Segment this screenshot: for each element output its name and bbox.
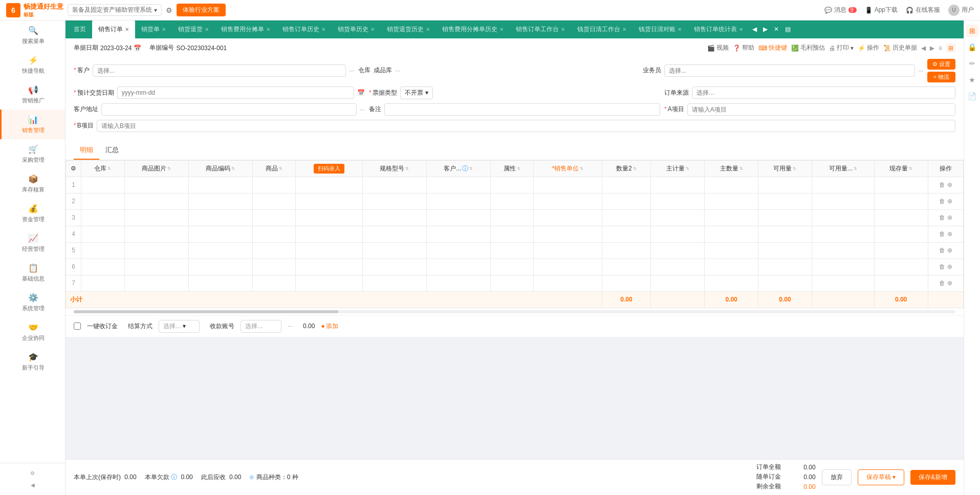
invoice-type-select[interactable]: 不开票 ▾ [400, 87, 433, 99]
settlement-select[interactable]: 选择... ▾ [159, 320, 200, 333]
row-1-attr[interactable] [490, 177, 534, 193]
operation-btn[interactable]: ⚡ 操作 [858, 44, 879, 52]
view-btn[interactable]: 🎬 视频 [707, 44, 729, 52]
row-2-munit[interactable] [651, 193, 705, 209]
delivery-date-input[interactable] [117, 87, 354, 99]
close-tab-return-history[interactable]: ✕ [426, 27, 430, 32]
profit-btn[interactable]: 💹 毛利预估 [791, 44, 825, 52]
tab-detail[interactable]: 明细 [74, 141, 99, 160]
right-panel-lock-btn[interactable]: 🔒 [966, 41, 978, 53]
remark-input[interactable] [384, 103, 660, 116]
right-panel-star-btn[interactable]: ★ [966, 74, 978, 86]
tab-invoice-history[interactable]: 销货单历史 ✕ [332, 20, 381, 38]
next-record-btn[interactable]: ▶ [930, 45, 934, 52]
row-2-avail[interactable] [758, 193, 812, 209]
sidebar-collapse-btn[interactable]: ◀ [0, 479, 65, 491]
row-3-ccode[interactable] [426, 209, 490, 226]
row-2-spec[interactable] [362, 193, 426, 209]
tab-expense-history[interactable]: 销售费用分摊单历史 ✕ [436, 20, 510, 38]
shortcut-btn[interactable]: ⌨ 快捷键 [758, 44, 787, 52]
row-3-product[interactable] [252, 209, 296, 226]
row-1-munit[interactable] [651, 177, 705, 193]
one-click-payment-checkbox[interactable] [74, 322, 81, 330]
row-2-copy-icon[interactable]: ⊕ [947, 198, 952, 205]
tab-close-all-btn[interactable]: ✕ [771, 26, 782, 33]
row-3-avail2[interactable] [812, 209, 874, 226]
tab-sales-return[interactable]: 销货退货 ✕ [172, 20, 215, 38]
payment-dots[interactable]: ··· [288, 322, 293, 330]
sidebar-item-enterprise[interactable]: 🤝 企业协同 [0, 317, 65, 347]
row-1-ccode[interactable] [426, 177, 490, 193]
sidebar-item-quicknav[interactable]: ⚡ 快捷导航 [0, 50, 65, 80]
row-1-avail2[interactable] [812, 177, 874, 193]
row-2-image[interactable] [124, 193, 188, 209]
add-payment-btn[interactable]: ● 添加 [321, 322, 338, 331]
grid-view-btn[interactable]: ⊞ [946, 44, 955, 53]
close-tab-sales-return[interactable]: ✕ [205, 27, 209, 32]
row-3-attr[interactable] [490, 209, 534, 226]
sidebar-item-search[interactable]: 🔍 搜索菜单 [0, 20, 65, 50]
customer-expand-btn[interactable]: ··· [349, 67, 354, 74]
close-tab-order-history[interactable]: ✕ [321, 27, 325, 32]
tab-expense-split[interactable]: 销售费用分摊单 ✕ [215, 20, 276, 38]
calendar-icon[interactable]: 📅 [134, 45, 141, 52]
row-3-munit[interactable] [651, 209, 705, 226]
industry-btn[interactable]: 体验行业方案 [177, 4, 226, 16]
sidebar-item-finance[interactable]: 💰 资金管理 [0, 199, 65, 228]
sidebar-item-sales[interactable]: 📊 销售管理 [0, 110, 65, 139]
tab-statistics[interactable]: 销售订单统计表 ✕ [688, 20, 749, 38]
close-tab-daily-clear[interactable]: ✕ [622, 27, 626, 32]
row-3-unit[interactable] [534, 209, 602, 226]
row-3-qty2[interactable] [602, 209, 651, 226]
a-project-input[interactable] [687, 103, 955, 116]
warehouse-expand-btn[interactable]: ··· [395, 67, 400, 74]
row-2-unit[interactable] [534, 193, 602, 209]
row-1-stock[interactable] [874, 177, 928, 193]
print-btn[interactable]: 🖨 打印 ▾ [829, 44, 854, 52]
row-3-code[interactable] [188, 209, 252, 226]
tab-menu-btn[interactable]: ▤ [782, 26, 794, 33]
row-1-code[interactable] [188, 177, 252, 193]
row-2-avail2[interactable] [812, 193, 874, 209]
row-2-warehouse[interactable] [81, 193, 125, 209]
sidebar-settings-btn[interactable]: ⚙ [0, 467, 65, 479]
close-tab-invoice-history[interactable]: ✕ [371, 27, 375, 32]
tab-workbench[interactable]: 销售订单工作台 ✕ [510, 20, 571, 38]
close-tab-reconcile[interactable]: ✕ [678, 27, 682, 32]
discard-btn[interactable]: 放弃 [822, 469, 852, 485]
row-2-delete-icon[interactable]: 🗑 [939, 198, 945, 205]
tab-summary[interactable]: 汇总 [99, 141, 125, 160]
row-1-image[interactable] [124, 177, 188, 193]
row-2-attr[interactable] [490, 193, 534, 209]
prev-record-btn[interactable]: ◀ [921, 45, 926, 52]
tab-daily-clear[interactable]: 钱货日清工作台 ✕ [571, 20, 633, 38]
tab-sales-invoice[interactable]: 销货单 ✕ [135, 20, 172, 38]
save-new-btn[interactable]: 保存&新增 [910, 470, 955, 485]
sidebar-item-system[interactable]: ⚙️ 系统管理 [0, 288, 65, 317]
row-2-product[interactable] [252, 193, 296, 209]
salesperson-expand-btn[interactable]: ··· [918, 67, 923, 74]
tab-sales-order[interactable]: 销售订单 ✕ [92, 20, 135, 38]
salesperson-input[interactable] [664, 64, 915, 77]
address-expand-btn[interactable]: ··· [360, 106, 365, 113]
right-panel-grid-btn[interactable]: ⊞ [966, 25, 978, 37]
row-2-code[interactable] [188, 193, 252, 209]
right-panel-doc-btn[interactable]: 📄 [966, 90, 978, 102]
sidebar-item-basic-info[interactable]: 📋 基础信息 [0, 258, 65, 288]
save-draft-btn[interactable]: 保存草稿 ▾ [858, 469, 904, 485]
close-tab-sales-invoice[interactable]: ✕ [162, 27, 166, 32]
tab-prev-btn[interactable]: ◀ [749, 26, 760, 33]
user-btn[interactable]: U 用户 [948, 5, 974, 16]
sidebar-item-marketing[interactable]: 📢 营销推广 [0, 80, 65, 110]
address-input[interactable] [101, 103, 357, 116]
tab-reconcile[interactable]: 钱货日清对账 ✕ [633, 20, 688, 38]
close-tab-expense-split[interactable]: ✕ [266, 27, 270, 32]
row-2-stock[interactable] [874, 193, 928, 209]
row-7-copy-icon[interactable]: ⊕ [947, 279, 952, 287]
list-view-btn[interactable]: ≡ [939, 45, 942, 52]
calendar2-icon[interactable]: 📅 [357, 89, 365, 96]
row-3-spec[interactable] [362, 209, 426, 226]
row-1-avail[interactable] [758, 177, 812, 193]
order-source-input[interactable] [692, 87, 955, 99]
row-1-spec[interactable] [362, 177, 426, 193]
